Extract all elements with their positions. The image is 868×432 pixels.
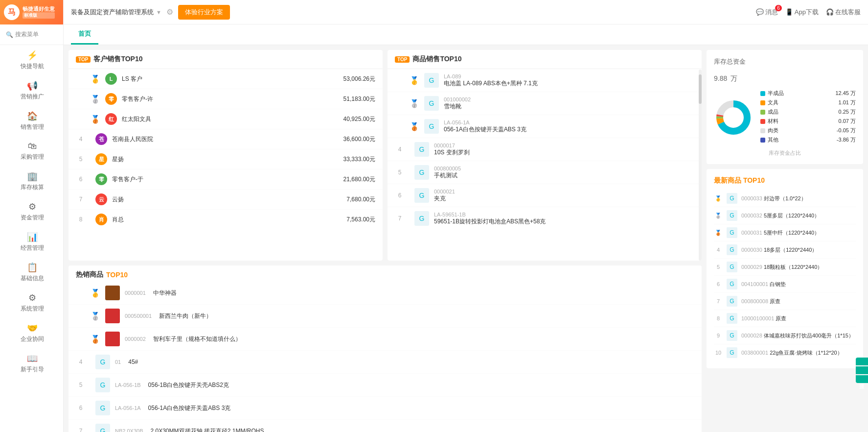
- np-rank: 8: [714, 315, 723, 321]
- rank-amount: 7,680.00元: [346, 195, 375, 204]
- settings-icon[interactable]: ⚙: [166, 7, 173, 17]
- product-info: 0000021 夹克: [434, 189, 694, 203]
- app-download-button[interactable]: 📱 App下载: [785, 8, 819, 17]
- float-service-button[interactable]: 直播: [856, 375, 868, 383]
- product-code: 0000017: [434, 143, 694, 148]
- sidebar-item-inventory[interactable]: 🏢 库存核算: [0, 166, 63, 196]
- product-info: LA-089 电池盖 LA-089 ABS本色+黑种 7.1克: [444, 73, 694, 88]
- rank-medal: 🥈: [91, 95, 100, 104]
- legend-value: 0.25 万: [839, 108, 856, 116]
- product-sales-header: TOP 商品销售TOP10: [388, 50, 702, 69]
- np-info: 0000031 5厘中纤（1220*2440）: [741, 229, 856, 237]
- message-icon: 💬: [756, 8, 764, 16]
- np-info: 0000033 封边带（1.0*22）: [741, 195, 856, 202]
- rank-avatar: 星: [95, 153, 107, 165]
- customer-ranking-row: 6 零 零售客户-于 21,680.00元: [69, 169, 383, 190]
- np-image: G: [727, 313, 737, 324]
- donut-legend: 半成品 12.45 万 文具 1.01 万 成品 0.25 万 材料 0.07 …: [760, 90, 856, 145]
- sidebar-item-operations[interactable]: 📊 经营管理: [0, 227, 63, 257]
- hot-product-code: 01: [115, 359, 121, 365]
- float-service-button[interactable]: 服务社区: [856, 366, 868, 374]
- np-rank: 5: [714, 264, 723, 270]
- sidebar-item-marketing[interactable]: 📢 营销推广: [0, 75, 63, 106]
- sidebar-item-finance[interactable]: ⚙ 资金管理: [0, 196, 63, 227]
- scrollbar[interactable]: [699, 70, 702, 261]
- sidebar-item-purchase[interactable]: 🛍 采购管理: [0, 136, 63, 166]
- legend-value: 1.01 万: [839, 99, 856, 106]
- new-products-title-text: 最新商品: [714, 176, 741, 184]
- product-sales-list: 🥇 G LA-089 电池盖 LA-089 ABS本色+黑种 7.1克 🥈 G …: [388, 69, 702, 261]
- rank-number: 5: [76, 382, 86, 388]
- hot-product-row: 6 G LA-056-1A 056-1A白色按键开关盖ABS 3克: [69, 397, 702, 420]
- hot-product-code: 000500001: [125, 313, 152, 319]
- sidebar-item-quick-nav[interactable]: ⚡ 快捷导航: [0, 45, 63, 75]
- online-service-button[interactable]: 🎧 在线客服: [826, 8, 861, 17]
- hot-product-code: 0000002: [125, 336, 146, 342]
- rank-number: 5: [76, 156, 86, 163]
- hot-product-row: 7 G NB2.0X30B 2.0X30MM双搓花轴.搓花直径2.1MM/ROH…: [69, 420, 702, 432]
- hot-product-row: 4 G 01 45#: [69, 351, 702, 374]
- rank-number: 4: [76, 136, 86, 143]
- sidebar-item-enterprise[interactable]: 🤝 企业协同: [0, 318, 63, 348]
- sidebar-item-guide[interactable]: 📖 新手引导: [0, 348, 63, 379]
- rank-number: 6: [76, 405, 86, 411]
- legend-label: 成品: [768, 108, 836, 116]
- product-top-badge: TOP: [395, 56, 410, 63]
- hot-product-name: 新西兰牛肉（新牛）: [159, 312, 212, 320]
- np-info: 004100001 白钢垫: [741, 281, 856, 288]
- message-button[interactable]: 💬 消息 6: [756, 8, 778, 17]
- sidebar-item-system[interactable]: ⚙ 系统管理: [0, 288, 63, 318]
- product-info: 0000017 10S 变刹罗刹: [434, 143, 694, 157]
- app-name: 畅捷通好生意: [23, 6, 55, 12]
- nav-icon-marketing: 📢: [27, 80, 38, 91]
- sidebar-search-area: 🔍 搜索菜单: [0, 24, 63, 45]
- search-menu-button[interactable]: 🔍 搜索菜单: [4, 28, 59, 41]
- left-column: TOP 客户销售TOP10 🥇 L LS 客户 53,006.26元 🥈 零 零…: [69, 50, 702, 432]
- np-code: 0000031: [741, 230, 762, 236]
- product-code: LA-056-1A: [444, 120, 694, 125]
- sidebar-item-basic-info[interactable]: 📋 基础信息: [0, 257, 63, 288]
- new-products-title: 最新商品 TOP10: [714, 176, 856, 185]
- tab-home[interactable]: 首页: [71, 24, 98, 45]
- chevron-down-icon: ▼: [156, 9, 161, 15]
- product-name: 电池盖 LA-089 ABS本色+黑种 7.1克: [444, 79, 694, 88]
- nav-icon-enterprise: 🤝: [27, 323, 38, 334]
- np-info: 000800008 原查: [741, 298, 856, 305]
- sidebar-item-sales[interactable]: 🏠 销售管理: [0, 106, 63, 136]
- float-service-button[interactable]: 客服热线: [856, 358, 868, 365]
- rank-amount: 21,680.00元: [343, 175, 375, 184]
- product-name: 10S 变刹罗刹: [434, 148, 694, 157]
- rank-avatar: 零: [95, 173, 107, 185]
- nav-label-inventory: 库存核算: [21, 183, 44, 192]
- customer-ranking-row: 🥉 红 红太阳文具 40,925.00元: [69, 109, 383, 129]
- rank-name: 零售客户-于: [112, 175, 339, 184]
- np-image: G: [727, 193, 737, 204]
- nav-icon-basic-info: 📋: [27, 262, 38, 273]
- nav-icon-finance: ⚙: [28, 201, 36, 212]
- product-sales-title: 商品销售TOP10: [412, 55, 461, 64]
- try-plan-button[interactable]: 体验行业方案: [178, 5, 230, 20]
- product-sales-row: 5 G 000800005 手机测试: [388, 161, 702, 184]
- customer-ranking-list: 🥇 L LS 客户 53,006.26元 🥈 零 零售客户-许 51,183.0…: [69, 69, 383, 261]
- hot-products-list: 🥇 0000001 中华神器 🥈 000500001 新西兰牛肉（新牛） 🥉 0…: [69, 282, 702, 432]
- legend-value: 12.45 万: [835, 90, 856, 97]
- hot-product-image: [105, 332, 120, 346]
- sidebar-nav: ⚡ 快捷导航📢 营销推广🏠 销售管理🛍 采购管理🏢 库存核算⚙ 资金管理📊 经营…: [0, 45, 63, 432]
- rank-number: 8: [76, 216, 86, 223]
- rank-number: 7: [76, 428, 86, 432]
- rank-number: 5: [395, 169, 405, 176]
- scrollbar-thumb[interactable]: [699, 74, 702, 104]
- top-badge: TOP: [76, 56, 91, 63]
- nav-label-enterprise: 企业协同: [21, 335, 44, 343]
- np-info: 0000030 18多层（1220*2440）: [741, 246, 856, 254]
- np-code: 0000029: [741, 264, 762, 270]
- inventory-title: 库存总资金: [714, 57, 856, 66]
- np-name: 体城嘉枝味苏打饮品400毫升（1*15）: [764, 333, 854, 338]
- logo-text: 畅捷通好生意 标准版: [23, 6, 55, 19]
- np-rank: 🥇: [714, 195, 723, 202]
- legend-item: 半成品 12.45 万: [760, 90, 856, 97]
- app-download-label: App下载: [795, 8, 819, 17]
- np-image: G: [727, 279, 737, 289]
- logo-icon: 马: [4, 4, 20, 20]
- rank-amount: 51,183.00元: [343, 95, 375, 103]
